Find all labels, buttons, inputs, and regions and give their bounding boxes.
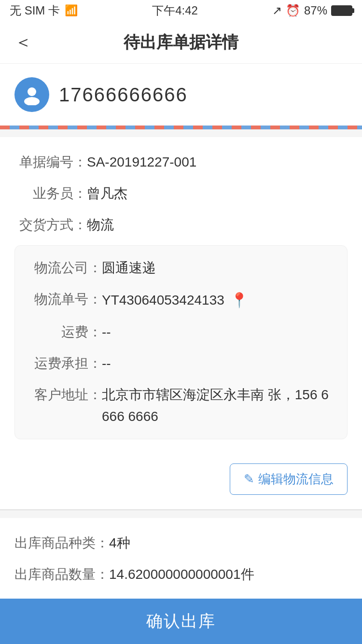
tracking-row: 物流单号： YT43064053424133 📍 <box>29 289 333 312</box>
order-number-row: 单据编号： SA-20191227-001 <box>14 152 348 173</box>
goods-section: 出库商品种类： 4种 出库商品数量： 14.620000000000001件 <box>0 518 362 600</box>
delivery-method-row: 交货方式： 物流 <box>14 214 348 236</box>
freight-value: -- <box>102 322 333 343</box>
battery-percent: 87% <box>304 4 327 17</box>
goods-quantity-label: 出库商品数量： <box>14 564 109 586</box>
confirm-outbound-button[interactable]: 确认出库 <box>146 610 216 632</box>
status-bar: 无 SIM 卡 📶 下午4:42 ↗ ⏰ 87% <box>0 0 362 21</box>
wifi-icon: 📶 <box>65 4 78 17</box>
edit-logistics-section: ✎ 编辑物流信息 <box>0 454 362 509</box>
tracking-number-text: YT43064053424133 <box>102 290 224 311</box>
goods-quantity-value: 14.620000000000001件 <box>109 564 348 586</box>
status-right: ↗ ⏰ 87% <box>272 4 352 17</box>
status-left: 无 SIM 卡 📶 <box>10 3 78 18</box>
address-value: 北京市市辖区海淀区永丰南 张，156 6666 6666 <box>102 384 333 428</box>
order-number-label: 单据编号： <box>14 152 87 173</box>
edit-logistics-label: 编辑物流信息 <box>258 471 334 488</box>
content-area: 17666666666 单据编号： SA-20191227-001 业务员： 曾… <box>0 64 362 644</box>
freight-bearer-label: 运费承担： <box>29 353 102 375</box>
tracking-label: 物流单号： <box>29 289 102 310</box>
tracking-value: YT43064053424133 📍 <box>102 289 333 312</box>
logistics-company-label: 物流公司： <box>29 257 102 279</box>
edit-icon: ✎ <box>244 472 254 487</box>
logistics-company-row: 物流公司： 圆通速递 <box>29 257 333 279</box>
back-button[interactable]: ＜ <box>14 30 32 54</box>
map-pin-icon[interactable]: 📍 <box>230 289 248 312</box>
sales-rep-label: 业务员： <box>14 183 87 205</box>
address-label: 客户地址： <box>29 384 102 406</box>
edit-logistics-button[interactable]: ✎ 编辑物流信息 <box>230 463 348 495</box>
nav-bar: ＜ 待出库单据详情 <box>0 21 362 64</box>
address-row: 客户地址： 北京市市辖区海淀区永丰南 张，156 6666 6666 <box>29 384 333 428</box>
dashed-divider <box>0 126 362 129</box>
page-title: 待出库单据详情 <box>124 31 238 54</box>
freight-row: 运费： -- <box>29 322 333 343</box>
carrier-label: 无 SIM 卡 <box>10 3 60 18</box>
goods-types-label: 出库商品种类： <box>14 532 109 554</box>
location-status-icon: ↗ <box>272 4 282 17</box>
customer-phone: 17666666666 <box>59 84 188 106</box>
goods-types-row: 出库商品种类： 4种 <box>14 532 348 554</box>
battery-bar <box>331 5 352 16</box>
time-label: 下午4:42 <box>152 3 198 18</box>
freight-bearer-row: 运费承担： -- <box>29 353 333 375</box>
alarm-icon: ⏰ <box>286 4 300 17</box>
sales-rep-row: 业务员： 曾凡杰 <box>14 183 348 205</box>
customer-header: 17666666666 <box>0 64 362 126</box>
svg-point-0 <box>28 87 36 96</box>
svg-point-1 <box>24 97 40 105</box>
page-wrapper: 无 SIM 卡 📶 下午4:42 ↗ ⏰ 87% ＜ 待出库单据详情 17666… <box>0 0 362 644</box>
section-divider <box>0 509 362 510</box>
goods-quantity-row: 出库商品数量： 14.620000000000001件 <box>14 564 348 586</box>
logistics-company-value: 圆通速递 <box>102 257 333 279</box>
logistics-card: 物流公司： 圆通速递 物流单号： YT43064053424133 📍 运费： … <box>14 245 348 439</box>
order-number-value: SA-20191227-001 <box>87 152 348 173</box>
delivery-method-label: 交货方式： <box>14 214 87 236</box>
avatar <box>14 77 49 112</box>
delivery-method-value: 物流 <box>87 214 348 236</box>
sales-rep-value: 曾凡杰 <box>87 183 348 205</box>
goods-types-value: 4种 <box>109 532 348 554</box>
user-icon <box>21 84 42 105</box>
order-info-section: 单据编号： SA-20191227-001 业务员： 曾凡杰 交货方式： 物流 … <box>0 137 362 454</box>
freight-bearer-value: -- <box>102 353 333 375</box>
confirm-btn-wrap: 确认出库 <box>0 599 362 644</box>
freight-label: 运费： <box>29 322 102 343</box>
